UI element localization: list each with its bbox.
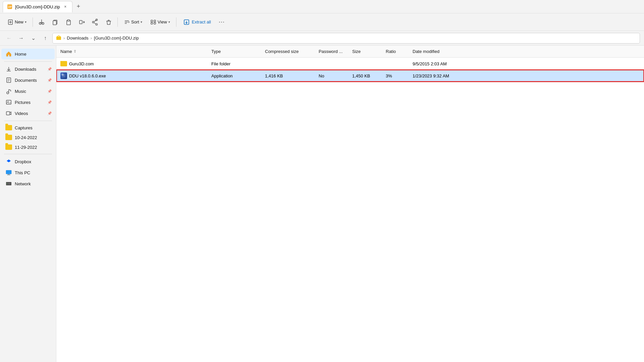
col-header-date-modified[interactable]: Date modified [410,46,477,57]
sidebar-item-11-29-2022[interactable]: 11-29-2022 [1,142,55,152]
move-button[interactable] [76,17,88,27]
up-button[interactable]: ↑ [40,33,50,43]
paste-button[interactable] [62,17,74,27]
svg-rect-27 [154,20,156,22]
tab-close-button[interactable]: × [63,4,68,9]
col-header-name[interactable]: Name ⇧ [58,46,209,57]
sidebar-label-network: Network [15,181,31,186]
sidebar-item-10-24-2022[interactable]: 10-24-2022 [1,133,55,142]
new-icon [7,19,13,25]
table-row[interactable]: Guru3D.com File folder 9/5/2 [56,58,644,70]
sidebar-divider-1 [4,61,52,62]
sidebar-label-downloads: Downloads [15,67,36,72]
sidebar-item-music[interactable]: Music 📌 [1,86,55,97]
zip-icon: ZIP [7,4,12,9]
file-name-ddu: DDU v18.0.6.0.exe [69,73,106,78]
tab-title: [Guru3D.com]-DDU.zip [15,4,60,9]
svg-rect-26 [151,20,153,22]
pictures-icon [5,99,12,106]
new-button[interactable]: New ▾ [4,17,30,27]
extract-label: Extract all [192,19,211,24]
recent-button[interactable]: ⌄ [28,33,38,43]
cell-ratio-ddu: 3% [383,73,410,78]
col-header-compressed-size[interactable]: Compressed size [262,46,316,57]
sidebar-label-11-29-2022: 11-29-2022 [15,145,37,150]
col-header-type[interactable]: Type [209,46,262,57]
tab[interactable]: ZIP [Guru3D.com]-DDU.zip × [3,1,72,12]
svg-line-41 [9,89,11,90]
pin-icon-downloads: 📌 [47,67,52,71]
view-icon [150,19,156,25]
breadcrumb[interactable]: › Downloads › [Guru3D.com]-DDU.zip [52,33,640,44]
breadcrumb-home-icon [56,35,61,41]
copy-button[interactable] [49,17,61,27]
back-button[interactable]: ← [4,33,14,43]
svg-rect-48 [8,174,10,175]
svg-rect-22 [108,20,109,21]
breadcrumb-sep-2: › [91,36,92,41]
sidebar-item-network[interactable]: Network [1,178,55,189]
file-type-guru3d: File folder [211,61,230,66]
sidebar-label-dropbox: Dropbox [15,159,31,164]
table-row[interactable]: DDU v18.0.6.0.exe Application 1,416 KB N… [56,70,644,82]
cell-name-ddu: DDU v18.0.6.0.exe [58,72,209,79]
extract-all-button[interactable]: Extract all [179,17,215,27]
sidebar-item-documents[interactable]: Documents 📌 [1,75,55,85]
col-header-size[interactable]: Size [350,46,383,57]
copy-icon [52,19,58,25]
cell-password-ddu: No [316,73,350,78]
svg-rect-11 [53,21,56,25]
forward-button[interactable]: → [16,33,26,43]
share-button[interactable] [89,17,101,27]
sidebar-item-downloads[interactable]: Downloads 📌 [1,64,55,74]
sidebar-item-videos[interactable]: Videos 📌 [1,108,55,119]
cell-date-guru3d: 9/5/2015 2:03 AM [410,61,477,66]
cell-date-ddu: 1/23/2023 9:32 AM [410,73,477,78]
view-chevron: ▾ [168,20,170,24]
col-compressed-size-label: Compressed size [265,49,299,54]
view-button[interactable]: View ▾ [147,17,173,27]
new-chevron: ▾ [25,20,26,24]
more-button[interactable]: ··· [216,17,227,27]
col-password-label: Password ... [319,49,343,54]
sidebar-label-music: Music [15,89,26,94]
folder-icon-guru3d [60,61,67,66]
file-date-guru3d: 9/5/2015 2:03 AM [413,61,447,66]
download-icon [5,66,12,72]
sidebar-item-pictures[interactable]: Pictures 📌 [1,97,55,108]
sort-label: Sort [131,19,139,24]
breadcrumb-downloads[interactable]: Downloads [67,36,88,41]
cut-icon [38,19,45,25]
col-header-ratio[interactable]: Ratio [383,46,410,57]
tab-add-button[interactable]: + [74,2,83,11]
folder-icon-11-29 [5,144,12,150]
separator-3 [176,17,176,27]
svg-point-51 [7,183,7,184]
svg-rect-13 [67,20,70,21]
sort-chevron: ▾ [141,20,142,24]
toolbar: New ▾ [0,13,644,31]
col-size-label: Size [352,49,361,54]
sidebar-item-this-pc[interactable]: This PC [1,167,55,178]
col-header-password[interactable]: Password ... [316,46,350,57]
file-type-ddu: Application [211,73,233,78]
delete-button[interactable] [103,17,115,27]
sidebar-label-captures: Captures [15,125,33,130]
sidebar-item-home[interactable]: Home [1,49,55,59]
sidebar-item-dropbox[interactable]: Dropbox [1,156,55,167]
home-icon [5,51,12,57]
col-ratio-label: Ratio [386,49,396,54]
file-ratio-ddu: 3% [386,73,392,78]
col-date-label: Date modified [413,49,439,54]
svg-rect-49 [7,175,10,175]
file-list: Guru3D.com File folder 9/5/2 [56,58,644,362]
pin-icon-music: 📌 [47,89,52,94]
sidebar-item-captures[interactable]: Captures [1,123,55,132]
sort-button[interactable]: Sort ▾ [120,17,146,27]
sidebar-label-videos: Videos [15,111,28,116]
file-size-ddu: 1,450 KB [352,73,370,78]
breadcrumb-zipfile[interactable]: [Guru3D.com]-DDU.zip [94,36,139,41]
sidebar-label-documents: Documents [15,78,37,83]
cell-type-guru3d: File folder [209,61,262,66]
cut-button[interactable] [36,17,48,27]
